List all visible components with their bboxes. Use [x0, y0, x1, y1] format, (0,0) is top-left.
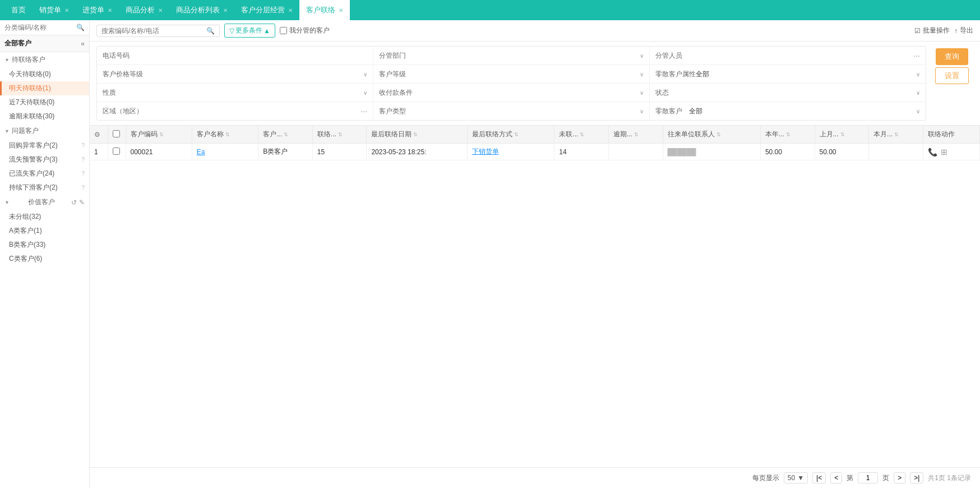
filter-price-level-select[interactable]: ∨	[143, 71, 367, 77]
nav-product-analysis-list-close[interactable]: ✕	[223, 7, 228, 13]
contact-person-sort-icon[interactable]: ⇅	[716, 132, 721, 137]
sidebar-item-declining[interactable]: 持续下滑客户(2) ?	[0, 181, 89, 195]
page-size-select[interactable]: 50 ▼	[784, 472, 808, 484]
filter-retail-attr[interactable]: 零散客户属性 全部 ∨	[650, 65, 926, 83]
filter-price-level[interactable]: 客户价格等级 ∨	[97, 65, 373, 83]
select-all-checkbox[interactable]	[113, 130, 120, 137]
filter-person-dots[interactable]: ···	[689, 51, 920, 60]
prev-page-btn[interactable]: <	[830, 472, 842, 484]
sidebar-item-class-a[interactable]: A类客户(1)	[0, 224, 89, 238]
call-icon[interactable]: 📞	[928, 148, 937, 156]
next-page-btn[interactable]: >	[894, 472, 905, 484]
filter-status[interactable]: 状态 ∨	[650, 84, 926, 102]
filter-status-select[interactable]: ∨	[689, 90, 920, 96]
filter-retail-customer-select[interactable]: 全部 ∨	[689, 107, 920, 116]
last-date-sort-icon[interactable]: ⇅	[413, 132, 418, 137]
sidebar-search-icon[interactable]: 🔍	[76, 24, 85, 31]
filter-customer-type-select[interactable]: ∨	[413, 108, 644, 114]
grid-action-icon[interactable]: ⊞	[941, 148, 947, 156]
filter-region[interactable]: 区域（地区） ···	[97, 102, 373, 120]
more-conditions-btn[interactable]: ▽ 更多条件 ▲	[224, 24, 275, 38]
help-icon-1[interactable]: ?	[81, 142, 85, 149]
type-sort-icon[interactable]: ⇅	[284, 132, 288, 137]
filter-nature-select[interactable]: ∨	[136, 90, 367, 96]
filter-retail-attr-select[interactable]: 全部 ∨	[696, 70, 920, 79]
nav-product-analysis-close[interactable]: ✕	[158, 7, 163, 13]
name-sort-icon[interactable]: ⇅	[225, 132, 230, 137]
value-customer-edit-icon[interactable]: ✎	[79, 199, 85, 206]
filter-payment[interactable]: 收付款条件 ∨	[373, 84, 650, 102]
nav-customer-contact-close[interactable]: ✕	[339, 7, 343, 13]
group-value-customer: 价值客户 ↺ ✎	[0, 195, 89, 210]
nav-home[interactable]: 首页	[4, 0, 33, 20]
nav-purchase-order-close[interactable]: ✕	[108, 7, 112, 13]
nav-customer-contact[interactable]: 客户联络 ✕	[299, 0, 350, 20]
nav-sales-order-close[interactable]: ✕	[64, 7, 69, 13]
last-month-sort-icon[interactable]: ⇅	[840, 132, 845, 137]
filter-dept-select[interactable]: ∨	[413, 53, 644, 59]
reset-button[interactable]: 设置	[935, 67, 969, 84]
filter-customer-level[interactable]: 客户等级 ∨	[373, 65, 650, 83]
this-month-sort-icon[interactable]: ⇅	[894, 132, 899, 137]
filter-payment-select[interactable]: ∨	[413, 90, 644, 96]
row-checkbox[interactable]	[113, 148, 120, 155]
search-input[interactable]	[101, 27, 206, 35]
batch-op-btn[interactable]: ☑ 批量操作	[914, 26, 950, 35]
no-contact-sort-icon[interactable]: ⇅	[580, 132, 584, 137]
code-sort-icon[interactable]: ⇅	[159, 132, 164, 137]
sidebar-item-7days[interactable]: 近7天待联络(0)	[0, 95, 89, 109]
sidebar-item-today[interactable]: 今天待联络(0)	[0, 67, 89, 81]
query-button[interactable]: 查询	[936, 48, 968, 65]
this-year-sort-icon[interactable]: ⇅	[786, 132, 791, 137]
cell-name[interactable]: Ea	[192, 144, 258, 160]
cell-checkbox[interactable]	[108, 144, 126, 160]
filter-retail-customer[interactable]: 零散客户 全部 ∨	[650, 102, 926, 120]
sidebar-item-tomorrow[interactable]: 明天待联络(1)	[0, 81, 89, 95]
filter-customer-level-select[interactable]: ∨	[413, 71, 644, 77]
sidebar-item-churn-warning[interactable]: 流失预警客户(3) ?	[0, 153, 89, 167]
column-settings-icon[interactable]: ⚙	[94, 131, 100, 139]
last-page-btn[interactable]: >|	[910, 472, 923, 484]
nav-customer-tier-close[interactable]: ✕	[288, 7, 293, 13]
last-method-sort-icon[interactable]: ⇅	[514, 132, 519, 137]
nav-product-analysis-list[interactable]: 商品分析列表 ✕	[169, 0, 234, 20]
sidebar-collapse-icon[interactable]: «	[81, 40, 85, 48]
help-icon-2[interactable]: ?	[81, 156, 85, 163]
sidebar-item-ungrouped[interactable]: 未分组(32)	[0, 210, 89, 224]
sidebar-item-overdue[interactable]: 逾期未联络(30)	[0, 109, 89, 123]
filter-region-dots[interactable]: ···	[143, 107, 367, 116]
sidebar-item-class-b[interactable]: B类客户(33)	[0, 238, 89, 252]
help-icon-3[interactable]: ?	[81, 171, 85, 177]
export-btn[interactable]: ↑ 导出	[954, 26, 973, 35]
last-method-link[interactable]: 下销货单	[472, 148, 499, 155]
my-customers-checkbox[interactable]: 我分管的客户	[280, 26, 330, 35]
filter-dept[interactable]: 分管部门 ∨	[373, 47, 650, 65]
nav-product-analysis[interactable]: 商品分析 ✕	[119, 0, 169, 20]
search-icon[interactable]: 🔍	[206, 27, 215, 35]
customer-table-wrap: ⚙ 客户编码 ⇅ 客户名称	[90, 126, 980, 467]
first-page-btn[interactable]: |<	[812, 472, 826, 484]
overdue-sort-icon[interactable]: ⇅	[634, 132, 639, 137]
cell-last-method[interactable]: 下销货单	[467, 144, 554, 160]
person-dots-icon[interactable]: ···	[913, 51, 920, 60]
contact-sort-icon[interactable]: ⇅	[338, 132, 343, 137]
page-number-input[interactable]	[858, 472, 878, 484]
sidebar-item-repurchase-abnormal[interactable]: 回购异常客户(2) ?	[0, 139, 89, 153]
region-dots-icon[interactable]: ···	[360, 107, 367, 116]
help-icon-4[interactable]: ?	[81, 185, 85, 191]
col-this-month: 本月... ⇅	[869, 126, 923, 144]
table-header-row: ⚙ 客户编码 ⇅ 客户名称	[90, 126, 980, 144]
nav-purchase-order[interactable]: 进货单 ✕	[76, 0, 119, 20]
filter-phone-input[interactable]	[136, 52, 367, 59]
value-customer-refresh-icon[interactable]: ↺	[71, 199, 77, 206]
sidebar-item-churned[interactable]: 已流失客户(24) ?	[0, 167, 89, 181]
my-customers-check[interactable]	[280, 27, 287, 34]
sidebar-search-input[interactable]	[4, 24, 76, 31]
filter-customer-type[interactable]: 客户类型 ∨	[373, 102, 650, 120]
nav-customer-tier[interactable]: 客户分层经营 ✕	[234, 0, 299, 20]
sidebar-item-class-c[interactable]: C类客户(6)	[0, 252, 89, 266]
nav-sales-order[interactable]: 销货单 ✕	[33, 0, 76, 20]
filter-nature[interactable]: 性质 ∨	[97, 84, 373, 102]
customer-name-link[interactable]: Ea	[197, 148, 205, 156]
filter-person[interactable]: 分管人员 ···	[650, 47, 926, 65]
